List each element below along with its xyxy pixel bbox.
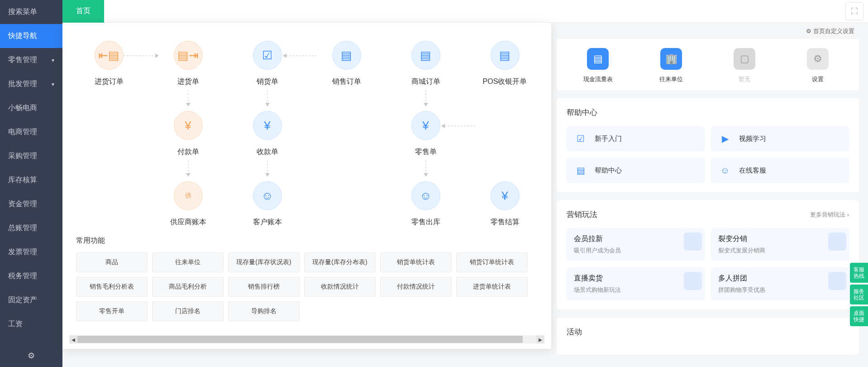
sidebar-item-purchase[interactable]: 采购管理 <box>0 144 62 168</box>
retail-settle-icon: ¥ <box>491 181 520 210</box>
shortcut-cashflow[interactable]: ▤现金流量表 <box>577 48 618 83</box>
order-doc-icon: ▤ <box>332 41 361 70</box>
sidebar-item-xiaochang[interactable]: 小畅电商 <box>0 96 62 120</box>
retail-doc-icon: ¥ <box>411 111 440 140</box>
flow-arrow-down-icon <box>423 160 429 178</box>
float-community[interactable]: 服务社区 <box>850 285 868 304</box>
activity-card: 活动 <box>557 318 859 354</box>
func-button[interactable]: 往来单位 <box>152 252 224 272</box>
doc-in-icon: ⇤▤ <box>95 41 124 70</box>
sidebar-item-tax[interactable]: 税务管理 <box>0 264 62 288</box>
flow-node[interactable]: ▤ 销售订单 <box>307 41 386 87</box>
flow-node[interactable]: 供 供应商账本 <box>148 181 228 227</box>
placeholder-icon: ▢ <box>734 48 755 70</box>
checklist-icon: ☑ <box>574 132 587 145</box>
activity-title: 活动 <box>567 327 582 337</box>
flow-node[interactable]: ☺ 客户账本 <box>228 181 307 227</box>
common-functions-title: 常用功能 <box>76 236 544 246</box>
flow-node[interactable]: ▤⇥ 进货单 <box>148 41 228 87</box>
marketing-item-live[interactable]: 直播卖货场景式购物新玩法 <box>567 267 705 300</box>
sidebar-item-quicknav[interactable]: 快捷导航 <box>0 24 62 48</box>
receive-doc-icon: ¥ <box>253 111 282 140</box>
sidebar-item-retail[interactable]: 零售管理▾ <box>0 48 62 72</box>
shortcut-settings[interactable]: ⚙设置 <box>797 48 838 83</box>
func-button[interactable]: 门店排名 <box>152 301 224 321</box>
doc-icon: ▤ <box>574 164 587 177</box>
list-check-icon: ☑ <box>253 41 282 70</box>
shortcut-contacts[interactable]: 🏢往来单位 <box>651 48 692 83</box>
func-button[interactable]: 零售开单 <box>76 301 148 321</box>
horizontal-scrollbar[interactable]: ◂ ▸ <box>69 335 544 343</box>
flow-node[interactable]: ¥ 零售单 <box>386 111 465 157</box>
tab-home[interactable]: 首页 <box>62 0 104 23</box>
building-icon: 🏢 <box>660 48 682 70</box>
flow-node[interactable]: ☑ 销货单 <box>228 41 307 87</box>
func-button[interactable]: 销售毛利分析表 <box>76 277 148 297</box>
sidebar-item-ledger[interactable]: 总账管理 <box>0 216 62 240</box>
func-button[interactable]: 现存量(库存状况表) <box>228 252 300 272</box>
flow-node[interactable]: ▤ POS收银开单 <box>465 41 544 87</box>
scroll-right-icon[interactable]: ▸ <box>536 335 544 343</box>
sidebar-item-invoice[interactable]: 发票管理 <box>0 240 62 264</box>
sidebar-settings-button[interactable]: ⚙ <box>0 344 62 367</box>
gear-icon: ⚙ <box>28 351 35 361</box>
gear-icon: ⚙ <box>807 48 829 70</box>
sidebar-item-wholesale[interactable]: 批发管理▾ <box>0 72 62 96</box>
sidebar-item-search[interactable]: 搜索菜单 <box>0 0 62 24</box>
func-button[interactable]: 现存量(库存分布表) <box>304 252 376 272</box>
quicknav-flyout: ⇤▤ 进货订单 ▤⇥ 进货单 ☑ 销货单 ▤ 销售订单 ▤ 商城订单 <box>62 23 551 349</box>
sidebar-item-inventory[interactable]: 库存核算 <box>0 168 62 192</box>
flow-node[interactable]: ¥ 零售结算 <box>465 181 544 227</box>
tab-bar: 首页 ⛶ <box>62 0 868 23</box>
flow-arrow-icon <box>440 123 477 129</box>
flow-node[interactable]: ☺ 零售出库 <box>386 181 465 227</box>
func-button[interactable]: 收款情况统计 <box>304 277 376 297</box>
marketing-item-group[interactable]: 多人拼团拼团购物享受优惠 <box>711 267 849 300</box>
supplier-ledger-icon: 供 <box>174 181 203 210</box>
help-support[interactable]: ☺在线客服 <box>711 158 849 183</box>
scrollbar-thumb[interactable] <box>77 336 523 343</box>
fullscreen-button[interactable]: ⛶ <box>845 2 863 20</box>
sidebar-item-assets[interactable]: 固定资产 <box>0 288 62 312</box>
func-button[interactable]: 销货单统计表 <box>380 252 452 272</box>
customer-ledger-icon: ☺ <box>253 181 282 210</box>
flow-arrow-down-icon <box>423 90 429 107</box>
func-button[interactable]: 付款情况统计 <box>380 277 452 297</box>
help-center[interactable]: ▤帮助中心 <box>567 158 705 183</box>
flow-node[interactable]: ¥ 收款单 <box>228 111 307 157</box>
marketing-title: 营销玩法 <box>567 209 597 220</box>
sidebar: 搜索菜单 快捷导航 零售管理▾ 批发管理▾ 小畅电商 电商管理 采购管理 库存核… <box>0 0 62 367</box>
flow-node[interactable]: ¥ 付款单 <box>148 111 228 157</box>
shortcut-empty[interactable]: ▢暂无 <box>724 48 765 83</box>
help-video[interactable]: ▶视频学习 <box>711 126 849 151</box>
help-card: 帮助中心 ☑新手入门 ▶视频学习 ▤帮助中心 ☺在线客服 <box>557 98 859 192</box>
func-button[interactable]: 进货单统计表 <box>456 277 528 297</box>
mall-doc-icon: ▤ <box>411 41 440 70</box>
flow-arrow-down-icon <box>264 160 271 178</box>
scroll-left-icon[interactable]: ◂ <box>69 335 77 343</box>
marketing-more-link[interactable]: 更多营销玩法 › <box>810 211 849 219</box>
func-button[interactable]: 商品 <box>76 252 148 272</box>
flow-arrow-down-icon <box>264 90 271 107</box>
float-hotline[interactable]: 客服热线 <box>850 263 868 283</box>
sidebar-item-funds[interactable]: 资金管理 <box>0 192 62 216</box>
flow-node[interactable]: ⇤▤ 进货订单 <box>69 41 148 87</box>
marketing-item-fission[interactable]: 裂变分销裂变式发展分销商 <box>711 228 849 261</box>
home-customize-link[interactable]: ⚙ 首页自定义设置 <box>557 27 859 35</box>
flow-node[interactable]: ▤ 商城订单 <box>386 41 465 87</box>
sidebar-item-ecommerce[interactable]: 电商管理 <box>0 120 62 144</box>
floating-buttons: 客服热线 服务社区 桌面快捷 <box>850 263 868 326</box>
func-button[interactable]: 商品毛利分析 <box>152 277 224 297</box>
help-getting-started[interactable]: ☑新手入门 <box>567 126 705 151</box>
doc-out-icon: ▤⇥ <box>174 41 203 70</box>
marketing-card: 营销玩法 更多营销玩法 › 会员拉新吸引用户成为会员 裂变分销裂变式发展分销商 … <box>557 200 859 309</box>
func-button[interactable]: 销货订单统计表 <box>456 252 528 272</box>
flow-arrow-down-icon <box>185 160 191 178</box>
func-button[interactable]: 销售排行榜 <box>228 277 300 297</box>
cashflow-icon: ▤ <box>587 48 609 70</box>
video-icon: ▶ <box>718 132 732 145</box>
func-button[interactable]: 导购排名 <box>228 301 300 321</box>
float-desktop[interactable]: 桌面快捷 <box>850 306 868 326</box>
marketing-item-member[interactable]: 会员拉新吸引用户成为会员 <box>567 228 705 261</box>
sidebar-item-salary[interactable]: 工资 <box>0 312 62 336</box>
